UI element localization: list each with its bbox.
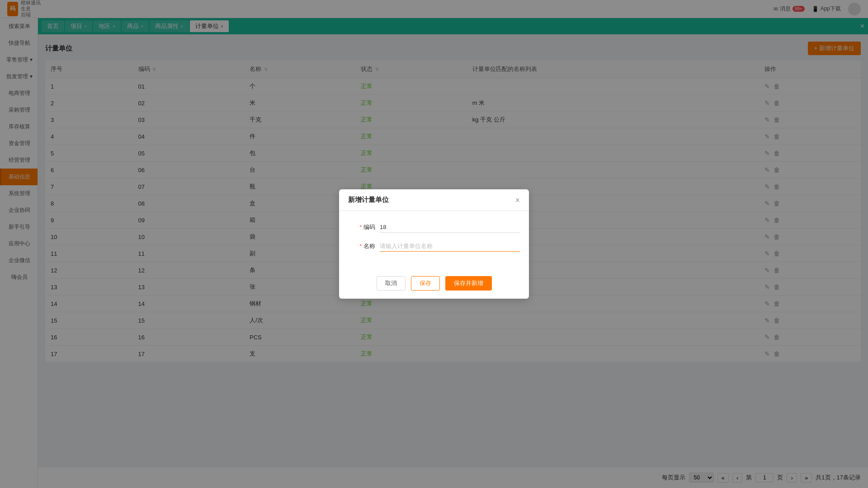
modal-header: 新增计量单位 × [339,189,529,211]
save-and-new-button[interactable]: 保存并新增 [445,276,492,291]
modal-body: * 编码 * 名称 [339,211,529,271]
add-unit-modal: 新增计量单位 × * 编码 * 名称 取消 保存 保存并新增 [339,189,529,299]
cancel-button[interactable]: 取消 [377,276,406,291]
modal-overlay: 新增计量单位 × * 编码 * 名称 取消 保存 保存并新增 [0,0,868,488]
modal-close-button[interactable]: × [515,196,520,204]
name-input[interactable] [380,241,520,252]
modal-title: 新增计量单位 [348,196,389,204]
modal-footer: 取消 保存 保存并新增 [339,271,529,299]
code-input[interactable] [380,222,520,233]
name-required-mark: * [359,243,362,249]
save-button[interactable]: 保存 [411,276,440,291]
code-required-mark: * [359,224,362,230]
name-label: * 名称 [348,242,375,250]
code-form-row: * 编码 [348,222,520,233]
code-label: * 编码 [348,223,375,231]
name-form-row: * 名称 [348,241,520,252]
